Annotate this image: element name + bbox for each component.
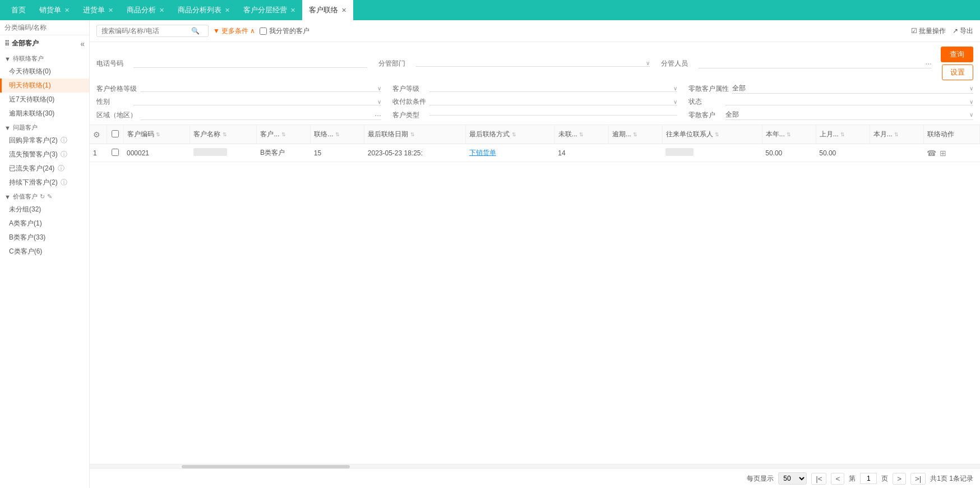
table-gear-icon[interactable]: ⚙ bbox=[93, 130, 100, 139]
right-actions: ☑ 批量操作 ↗ 导出 bbox=[911, 26, 973, 36]
sidebar-item-repurchase-abnormal[interactable]: 回购异常客户(2) ⓘ bbox=[0, 133, 89, 148]
sidebar-search-input[interactable] bbox=[4, 24, 89, 31]
tmonth-sort-icon[interactable]: ⇅ bbox=[894, 132, 899, 137]
code-sort-icon[interactable]: ⇅ bbox=[156, 132, 160, 137]
nav-customer-tier[interactable]: 客户分层经营 ✕ bbox=[237, 0, 302, 20]
first-page-btn[interactable]: |< bbox=[811, 473, 826, 485]
phone-select-wrap[interactable] bbox=[133, 59, 367, 68]
status-select[interactable]: ∨ bbox=[725, 99, 973, 105]
close-product-analysis-icon[interactable]: ✕ bbox=[159, 7, 164, 14]
payment-select[interactable]: ∨ bbox=[429, 99, 677, 105]
sidebar-item-declining[interactable]: 持续下滑客户(2) ⓘ bbox=[0, 176, 89, 190]
td-this-month bbox=[870, 144, 923, 162]
sidebar-item-overdue[interactable]: 逾期未联络(30) bbox=[0, 107, 89, 121]
th-last-month: 上月... ⇅ bbox=[816, 125, 870, 144]
phone-input[interactable] bbox=[133, 59, 367, 67]
date-sort-icon[interactable]: ⇅ bbox=[410, 132, 415, 137]
sidebar-item-tomorrow[interactable]: 明天待联络(1) bbox=[0, 79, 89, 93]
refresh-icon[interactable]: ↻ bbox=[40, 193, 45, 200]
nav-home[interactable]: 首页 bbox=[4, 0, 33, 20]
last-method-link[interactable]: 下销货单 bbox=[469, 149, 496, 156]
td-action: ☎ ⊞ bbox=[923, 144, 979, 162]
search-input[interactable] bbox=[101, 27, 191, 35]
retail-customer-select[interactable]: 全部 ∨ bbox=[725, 110, 973, 120]
td-checkbox bbox=[107, 144, 123, 162]
last-page-btn[interactable]: >| bbox=[910, 473, 926, 485]
filter-arrow-icon: ∧ bbox=[250, 27, 255, 35]
status-down-icon: ∨ bbox=[969, 99, 973, 105]
close-sales-icon[interactable]: ✕ bbox=[64, 7, 70, 14]
th-last-date: 最后联络日期 ⇅ bbox=[364, 125, 466, 144]
manager-select-wrap[interactable]: ··· bbox=[698, 59, 932, 68]
region-select[interactable]: ··· bbox=[140, 111, 381, 120]
next-page-btn[interactable]: > bbox=[893, 473, 906, 485]
region-label: 区域（地区） bbox=[96, 111, 137, 120]
collapse-icon[interactable]: « bbox=[80, 39, 85, 48]
export-btn[interactable]: ↗ 导出 bbox=[953, 26, 973, 36]
action-more-icon[interactable]: ⊞ bbox=[940, 149, 946, 158]
filter-dept: 分管部门 ∨ bbox=[378, 59, 649, 68]
filter-row-1: 电话号码 分管部门 ∨ 分管人员 bbox=[96, 47, 973, 80]
close-product-list-icon[interactable]: ✕ bbox=[225, 7, 230, 14]
th-code: 客户编码 ⇅ bbox=[123, 125, 190, 144]
edit-icon[interactable]: ✎ bbox=[47, 193, 52, 200]
sidebar-item-c-class[interactable]: C类客户(6) bbox=[0, 245, 89, 259]
nav-purchase[interactable]: 进货单 ✕ bbox=[76, 0, 120, 20]
query-button[interactable]: 查询 bbox=[941, 47, 973, 62]
overdue-sort-icon[interactable]: ⇅ bbox=[633, 132, 637, 137]
set-button[interactable]: 设置 bbox=[942, 65, 973, 80]
scrollbar-thumb[interactable] bbox=[182, 465, 350, 468]
contact-sort-icon[interactable]: ⇅ bbox=[335, 132, 340, 137]
all-customers-header[interactable]: ⠿ 全部客户 « bbox=[0, 35, 89, 52]
filter-row-2: 客户价格等级 ∨ 客户等级 ∨ 零散客户属性 bbox=[96, 84, 973, 94]
sidebar-item-a-class[interactable]: A类客户(1) bbox=[0, 217, 89, 231]
manager-more-icon[interactable]: ··· bbox=[925, 59, 932, 68]
lmonth-sort-icon[interactable]: ⇅ bbox=[840, 132, 845, 137]
prev-page-btn[interactable]: < bbox=[831, 473, 844, 485]
sidebar-item-week[interactable]: 近7天待联络(0) bbox=[0, 93, 89, 107]
nav-customer-contact[interactable]: 客户联络 ✕ bbox=[302, 0, 353, 20]
per-page-select[interactable]: 50 100 200 bbox=[778, 472, 807, 485]
nocontact-sort-icon[interactable]: ⇅ bbox=[579, 132, 584, 137]
close-customer-tier-icon[interactable]: ✕ bbox=[290, 7, 295, 14]
sidebar-item-b-class[interactable]: B类客户(33) bbox=[0, 231, 89, 245]
nav-sales[interactable]: 销货单 ✕ bbox=[33, 0, 76, 20]
region-more-icon[interactable]: ··· bbox=[375, 111, 381, 119]
price-level-select[interactable]: ∨ bbox=[140, 85, 381, 92]
nav-product-analysis[interactable]: 商品分析 ✕ bbox=[120, 0, 171, 20]
filter-status: 状态 ∨ bbox=[688, 97, 973, 107]
close-purchase-icon[interactable]: ✕ bbox=[108, 7, 113, 14]
unit-sort-icon[interactable]: ⇅ bbox=[715, 132, 719, 137]
sidebar-item-churn-warning[interactable]: 流失预警客户(3) ⓘ bbox=[0, 148, 89, 162]
method-sort-icon[interactable]: ⇅ bbox=[512, 132, 516, 137]
filter-payment: 收付款条件 ∨ bbox=[392, 97, 677, 107]
scrollbar-track bbox=[90, 464, 980, 468]
nav-product-analysis-list[interactable]: 商品分析列表 ✕ bbox=[171, 0, 237, 20]
sidebar-item-today[interactable]: 今天待联络(0) bbox=[0, 65, 89, 79]
my-customers-checkbox[interactable] bbox=[260, 27, 267, 35]
close-customer-contact-icon[interactable]: ✕ bbox=[341, 7, 346, 14]
td-index: 1 bbox=[90, 144, 107, 162]
more-filter-btn[interactable]: ▼ 更多条件 ∧ bbox=[213, 26, 255, 36]
sidebar-item-unclassified[interactable]: 未分组(32) bbox=[0, 202, 89, 217]
row-checkbox[interactable] bbox=[112, 149, 119, 156]
price-level-label: 客户价格等级 bbox=[96, 84, 137, 94]
action-phone-icon[interactable]: ☎ bbox=[927, 149, 936, 158]
customer-level-select[interactable]: ∨ bbox=[429, 85, 677, 92]
type-sort-icon[interactable]: ⇅ bbox=[281, 132, 286, 137]
batch-ops-btn[interactable]: ☑ 批量操作 bbox=[911, 26, 946, 36]
customer-type-select[interactable] bbox=[429, 115, 677, 116]
sidebar-search-wrap: 🔍 bbox=[0, 20, 89, 35]
gender-select[interactable]: ∨ bbox=[133, 99, 381, 105]
th-type: 客户... ⇅ bbox=[257, 125, 311, 144]
name-sort-icon[interactable]: ⇅ bbox=[223, 132, 227, 137]
retail-attr-select[interactable]: 全部 ∨ bbox=[732, 84, 973, 94]
content-area: 🔍 ▼ 更多条件 ∧ 我分管的客户 ☑ 批量操作 ↗ 导出 bbox=[90, 20, 980, 488]
sidebar-item-churned[interactable]: 已流失客户(24) ⓘ bbox=[0, 162, 89, 176]
page-label: 第 bbox=[849, 474, 856, 484]
page-number-input[interactable] bbox=[860, 473, 877, 484]
search-submit-icon[interactable]: 🔍 bbox=[191, 27, 200, 35]
dept-select-wrap[interactable]: ∨ bbox=[415, 60, 649, 67]
year-sort-icon[interactable]: ⇅ bbox=[787, 132, 791, 137]
select-all-checkbox[interactable] bbox=[112, 130, 119, 137]
